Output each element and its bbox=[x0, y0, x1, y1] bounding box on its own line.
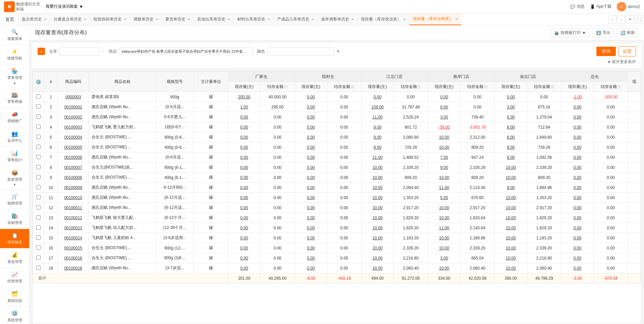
tab-material-out[interactable]: 材料出库单历史 ✕ bbox=[233, 13, 273, 25]
total-label: 合计 bbox=[33, 273, 228, 283]
close-icon[interactable]: ✕ bbox=[455, 17, 458, 21]
sidebar-item-retail-store[interactable]: 🏬 零售商城 bbox=[0, 88, 29, 108]
row-checkbox-cell bbox=[33, 173, 44, 183]
sidebar-item-system[interactable]: ⚙️ 系统管理 bbox=[0, 307, 29, 324]
col-group-mocun: 陌村仓 bbox=[294, 72, 361, 82]
close-icon[interactable]: ✕ bbox=[351, 17, 354, 21]
tab-cost-adj[interactable]: 成本调整单历史 ✕ bbox=[317, 13, 357, 25]
info-icon[interactable]: ⓘ bbox=[551, 85, 554, 89]
row-col-2: 0.00 bbox=[294, 163, 327, 173]
row-checkbox[interactable] bbox=[36, 266, 41, 270]
row-checkbox[interactable] bbox=[36, 165, 41, 169]
tab-product-in[interactable]: 产成品入库单历史 ✕ bbox=[273, 13, 317, 25]
tab-other-out[interactable]: 其他出库单历史 ✕ bbox=[194, 13, 233, 25]
row-checkbox[interactable] bbox=[36, 215, 41, 220]
row-col-7: 2,917.20 bbox=[460, 203, 494, 213]
sidebar-item-ecommerce[interactable]: 🛒 电商管理 bbox=[0, 190, 29, 210]
tab-close-all-btn[interactable]: ✕ bbox=[626, 15, 634, 24]
info-icon[interactable]: ⓘ bbox=[418, 85, 421, 89]
row-spec: 900g (3岁... bbox=[156, 253, 194, 263]
sidebar-item-search[interactable]: 🔍 搜索英单 bbox=[0, 26, 29, 45]
info-icon[interactable]: ⓘ bbox=[618, 85, 621, 89]
refresh-btn[interactable]: 🔄 刷新 bbox=[617, 28, 639, 37]
row-col-1: 0.00 bbox=[260, 223, 294, 233]
tab-disc-multi[interactable]: 分量盘点单历史 ✕ bbox=[50, 13, 90, 25]
close-icon[interactable]: ✕ bbox=[187, 17, 190, 21]
sidebar-item-base[interactable]: 🗂️ 基础信息 bbox=[0, 287, 29, 307]
row-col-6: 3.00 bbox=[428, 112, 461, 122]
row-unit: 罐 bbox=[194, 92, 228, 102]
info-icon[interactable]: ⓘ bbox=[284, 85, 287, 89]
row-col-7: 2,312.00 bbox=[460, 132, 494, 142]
row-checkbox[interactable] bbox=[36, 104, 41, 109]
sidebar-item-retail-stats[interactable]: 📊 零售统计 bbox=[0, 147, 29, 166]
row-checkbox[interactable] bbox=[36, 155, 41, 159]
row-col-6: 7.00 bbox=[428, 152, 461, 163]
tab-prev-btn[interactable]: ‹ bbox=[608, 15, 616, 24]
user-menu[interactable]: E demo2 bbox=[617, 2, 640, 11]
row-checkbox[interactable] bbox=[36, 145, 41, 149]
message-btn[interactable]: 💬 消息 bbox=[570, 4, 585, 9]
close-icon[interactable]: ✕ bbox=[227, 17, 230, 21]
row-checkbox[interactable] bbox=[36, 125, 41, 129]
color-input[interactable] bbox=[267, 47, 334, 55]
expand-btn[interactable]: ▼ 展开更多条件 bbox=[607, 59, 636, 65]
tab-stock-table[interactable]: 现存量（库存状况表） ✕ bbox=[357, 13, 409, 25]
row-col-7: 809.20 bbox=[460, 142, 494, 152]
tab-home[interactable]: 首页 bbox=[1, 13, 18, 25]
row-checkbox[interactable] bbox=[36, 135, 41, 139]
sidebar-item-marketing[interactable]: 📣 营销推广 bbox=[0, 108, 29, 127]
row-col-8: 6.00 bbox=[494, 112, 527, 122]
query-btn[interactable]: 查询 bbox=[596, 47, 616, 56]
row-checkbox[interactable] bbox=[36, 175, 41, 179]
sidebar-item-wholesale[interactable]: 📦 批发管理 ▼ bbox=[0, 166, 29, 190]
print-btn[interactable]: 🖨️ 按模板打印 ▼ bbox=[550, 28, 590, 37]
close-icon[interactable]: ✕ bbox=[156, 17, 158, 21]
sidebar-item-finance[interactable]: 💰 资金管理 bbox=[0, 248, 29, 268]
row-checkbox[interactable] bbox=[36, 205, 41, 210]
app-download-btn[interactable]: 📱 App下载 bbox=[590, 4, 611, 9]
row-col-5: 1,488.52 bbox=[394, 152, 428, 163]
close-icon[interactable]: ✕ bbox=[84, 17, 87, 21]
row-checkbox[interactable] bbox=[36, 235, 41, 240]
row-checkbox[interactable] bbox=[36, 94, 41, 99]
sidebar-item-quick-nav[interactable]: ⚡ 快捷导航 bbox=[0, 45, 29, 64]
close-icon[interactable]: ✕ bbox=[267, 17, 270, 21]
row-checkbox[interactable] bbox=[36, 114, 41, 119]
tab-stock-dist[interactable]: 现存量（库存分布表） ✕ bbox=[409, 13, 461, 25]
total-total-qty: -3.00 bbox=[561, 273, 594, 283]
tab-disc-single[interactable]: 盘点单历史 ✕ bbox=[18, 13, 50, 25]
row-checkbox[interactable] bbox=[36, 185, 41, 189]
row-checkbox[interactable] bbox=[36, 225, 41, 230]
settings-btn[interactable]: 设置 bbox=[619, 46, 636, 56]
expand-collapse-btn[interactable]: › bbox=[38, 48, 45, 55]
sidebar-item-retail-mgmt[interactable]: 🏪 零售管理 ▲ bbox=[0, 64, 29, 88]
table-container[interactable]: ⚙️ # 商品编码 商品名称 规格型号 主计量单位 厂家仓 陌村仓 江北门店 南… bbox=[32, 71, 641, 324]
sidebar-item-inventory[interactable]: 📋 库存核算 bbox=[0, 229, 29, 248]
sidebar-item-purchase[interactable]: 🛍️ 采购管理 bbox=[0, 210, 29, 229]
row-checkbox[interactable] bbox=[36, 195, 41, 199]
row-checkbox[interactable] bbox=[36, 245, 41, 250]
row-no: 16 bbox=[44, 243, 58, 253]
warehouse-input[interactable] bbox=[59, 47, 99, 55]
sidebar-item-member[interactable]: 👥 会员中心 bbox=[0, 127, 29, 147]
close-icon[interactable]: ✕ bbox=[311, 17, 314, 21]
product-input[interactable] bbox=[119, 48, 253, 55]
tab-transfer[interactable]: 调拨单历史 ✕ bbox=[130, 13, 162, 25]
sidebar-item-operation[interactable]: 📈 经营管理 bbox=[0, 268, 29, 287]
tab-expand-btn[interactable]: ⛶ bbox=[635, 15, 643, 24]
tab-assemble[interactable]: 组装拆卸单历史 ✕ bbox=[90, 13, 130, 25]
info-icon[interactable]: ⓘ bbox=[351, 85, 354, 89]
close-icon[interactable]: ✕ bbox=[124, 17, 126, 21]
tab-next-btn[interactable]: › bbox=[617, 15, 625, 24]
warehouse-dots[interactable]: ··· bbox=[101, 49, 105, 54]
info-icon[interactable]: ⓘ bbox=[484, 85, 487, 89]
close-icon[interactable]: ✕ bbox=[44, 17, 47, 21]
export-btn[interactable]: ⬇️ 导出 bbox=[592, 28, 614, 37]
row-checkbox-cell bbox=[33, 243, 44, 253]
close-icon[interactable]: ✕ bbox=[403, 17, 406, 21]
tab-order[interactable]: 要货单历史 ✕ bbox=[162, 13, 194, 25]
company-dropdown[interactable]: 母婴行业演示陈套 ▼ bbox=[46, 4, 83, 9]
settings-icon[interactable]: ⚙️ bbox=[36, 79, 41, 85]
row-checkbox[interactable] bbox=[36, 256, 41, 260]
